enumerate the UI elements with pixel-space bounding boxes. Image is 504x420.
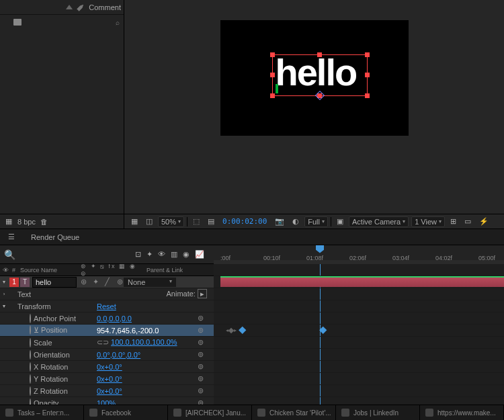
position-row[interactable]: ⊻ Position 954.7,645.6,-200.0 ⊚ <box>0 325 214 337</box>
panel-menu-icon[interactable]: ☰ <box>0 229 23 245</box>
taskbar-item[interactable]: Chicken Star 'Pilot'... <box>252 405 336 420</box>
y-rotation-row[interactable]: Y Rotation 0x+0.0° ⊚ <box>0 373 214 385</box>
folder-icon <box>13 19 22 26</box>
taskbar-item[interactable]: [AIRCHECK] Janu... <box>168 405 252 420</box>
timeline-panel: ☰ Render Queue 🔍 ⊡ ✦ 👁 ▥ ◉ 📈 :00f 00:10f… <box>0 228 504 405</box>
resolution-dropdown[interactable]: Full▾ <box>304 216 328 227</box>
bpc-indicator[interactable]: 8 bpc <box>17 218 36 226</box>
expand-toggle[interactable]: ▾ <box>0 279 8 285</box>
comment-column-header[interactable]: Comment <box>89 3 121 11</box>
taskbar: Tasks – Enter:n... Facebook [AIRCHECK] J… <box>0 405 504 420</box>
roi-icon[interactable]: ⬚ <box>190 216 202 227</box>
snapshot-icon[interactable]: 📷 <box>272 216 287 227</box>
anchor-point-row[interactable]: Anchor Point 0.0,0.0,0.0 ⊚ <box>0 312 214 325</box>
z-rotation-row[interactable]: Z Rotation 0x+0.0° ⊚ <box>0 385 214 397</box>
app-icon <box>341 409 349 417</box>
taskbar-item[interactable]: Tasks – Enter:n... <box>0 405 84 420</box>
render-queue-tab[interactable]: Render Queue <box>23 229 87 245</box>
parent-column: Parent & Link <box>144 267 185 274</box>
search-icon[interactable]: 🔍 <box>4 249 15 260</box>
camera-dropdown[interactable]: Active Camera▾ <box>349 216 409 227</box>
mask-icon[interactable]: ◫ <box>143 216 155 227</box>
handle-ml[interactable] <box>270 73 275 77</box>
fast-preview-icon[interactable]: ⚡ <box>476 216 491 227</box>
num-column: # <box>9 267 17 274</box>
pixel-ratio-icon[interactable]: ▭ <box>462 216 474 227</box>
composition-canvas[interactable]: hello <box>220 20 409 136</box>
taskbar-item[interactable]: Jobs | LinkedIn <box>336 405 420 420</box>
taskbar-item[interactable]: Facebook <box>84 405 168 420</box>
motionblur-icon[interactable]: ◉ <box>183 250 190 259</box>
keyframe[interactable] <box>319 327 327 334</box>
timecode-display[interactable]: 0:00:02:00 <box>220 216 269 227</box>
layer-row-1[interactable]: ▾ 1 T hello ⊛ ✦ ╱ ⊚ None▾ <box>0 276 214 288</box>
app-icon <box>257 409 265 417</box>
handle-tc[interactable] <box>317 52 322 57</box>
app-icon <box>89 409 97 417</box>
reset-link[interactable]: Reset <box>97 302 116 310</box>
source-column[interactable]: Source Name <box>17 267 78 274</box>
pickwhip-icon[interactable]: ⊚ <box>117 278 123 286</box>
handle-tl[interactable] <box>270 52 275 57</box>
graph-editor-icon[interactable]: 📈 <box>195 250 204 259</box>
zoom-dropdown[interactable]: 50%▾ <box>158 216 184 227</box>
layer-index[interactable]: 1 <box>9 278 19 287</box>
playhead-handle[interactable] <box>316 245 324 253</box>
draft3d-icon[interactable]: ✦ <box>146 250 153 259</box>
shy-icon[interactable]: 👁 <box>158 250 165 259</box>
tag-icon[interactable] <box>75 1 87 13</box>
project-footer: ▦ 8 bpc 🗑 <box>0 214 124 228</box>
handle-mr[interactable] <box>365 73 370 77</box>
orientation-row[interactable]: Orientation 0.0°,0.0°,0.0° ⊚ <box>0 349 214 361</box>
project-folder-row[interactable]: ⌕ <box>0 15 124 30</box>
selection-box[interactable] <box>273 55 367 95</box>
parent-dropdown[interactable]: None▾ <box>123 277 177 288</box>
handle-br[interactable] <box>365 93 370 98</box>
views-dropdown[interactable]: 1 View▾ <box>411 216 445 227</box>
animate-menu[interactable]: Animate: <box>167 290 196 298</box>
stopwatch-icon[interactable] <box>30 325 31 335</box>
time-ruler[interactable]: :00f 00:10f 01:08f 02:06f 03:04f 04:02f … <box>214 245 504 264</box>
scale-row[interactable]: Scale ⊂⊃ 100.0,100.0,100.0% ⊚ <box>0 337 214 349</box>
link-icon[interactable]: ⊚ <box>198 314 204 323</box>
transform-group[interactable]: ▾Transform Reset <box>0 300 214 312</box>
composition-viewer[interactable]: hello ▦ ◫ 50%▾ ⬚ ▤ 0:00:02:00 📷 <box>124 0 504 228</box>
x-rotation-row[interactable]: X Rotation 0x+0.0° ⊚ <box>0 361 214 373</box>
text-layer-icon: T <box>20 278 30 287</box>
app-icon <box>5 409 13 417</box>
stopwatch-icon[interactable] <box>30 314 31 323</box>
layer-outline: 👁 # Source Name ⊛ ✦ ⧅ fx ▦ ◉ ⊚ Parent & … <box>0 264 214 405</box>
handle-bl[interactable] <box>270 93 275 98</box>
sort-icon[interactable] <box>66 5 73 9</box>
switches-column: ⊛ ✦ ⧅ fx ▦ ◉ ⊚ <box>78 264 144 277</box>
eye-column-icon[interactable]: 👁 <box>0 267 9 274</box>
layer-bar[interactable] <box>220 278 504 287</box>
viewer-toolbar: ▦ ◫ 50%▾ ⬚ ▤ 0:00:02:00 📷 ◐ Full▾ ▣ Acti… <box>124 214 504 228</box>
hierarchy-icon: ⌕ <box>116 19 120 26</box>
text-group[interactable]: ›Text Animate: ▸ <box>0 288 214 300</box>
handle-tr[interactable] <box>365 52 370 57</box>
opacity-row[interactable]: Opacity 100% ⊚ <box>0 397 214 405</box>
keyframe-nav[interactable]: ◂▸ <box>226 327 237 333</box>
comp-mini-icon[interactable]: ⊡ <box>135 250 141 259</box>
layer-name-input[interactable]: hello <box>32 277 77 288</box>
channel-icon[interactable]: ▤ <box>205 216 217 227</box>
project-panel: Comment ⌕ ▦ 8 bpc 🗑 <box>0 0 124 228</box>
viewer-options-icon[interactable]: ▣ <box>334 216 346 227</box>
keyframe[interactable] <box>239 327 246 334</box>
grid-icon[interactable]: ▦ <box>128 216 140 227</box>
exposure-icon[interactable]: ◐ <box>290 216 302 227</box>
taskbar-item[interactable]: https://www.make... <box>420 405 504 420</box>
frameblend-icon[interactable]: ▥ <box>171 250 177 259</box>
timeline-tracks[interactable]: ◂▸ <box>214 264 504 405</box>
interpret-icon[interactable]: ▦ <box>4 217 13 226</box>
baseline-icon <box>276 84 278 93</box>
view-layout-icon[interactable]: ⊞ <box>448 216 459 227</box>
trash-icon[interactable]: 🗑 <box>40 217 49 226</box>
app-icon <box>425 409 433 417</box>
app-icon <box>173 409 181 417</box>
